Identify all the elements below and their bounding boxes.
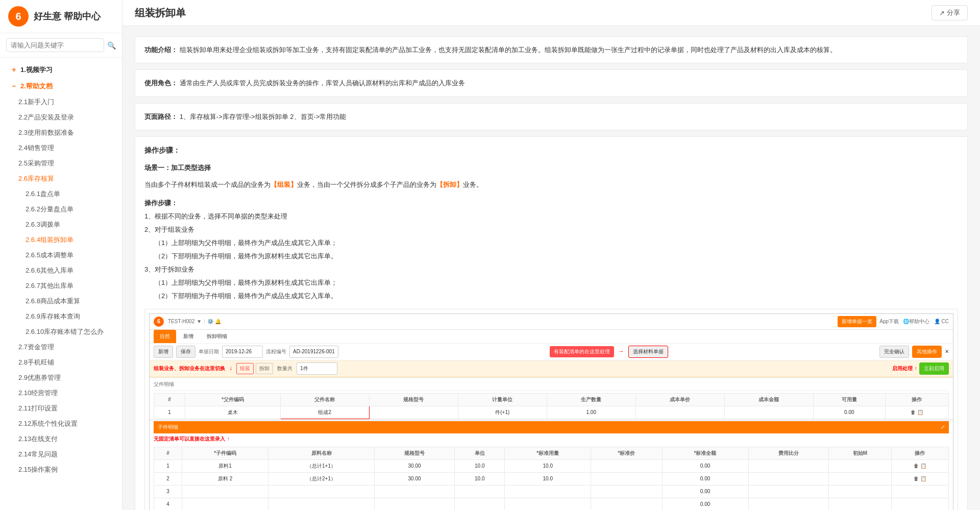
sim-tab-list[interactable]: 自然 bbox=[154, 330, 176, 343]
sidebar-item-faq[interactable]: 2.14常见问题 bbox=[0, 447, 122, 462]
sidebar-item-payment[interactable]: 2.13在线支付 bbox=[0, 431, 122, 447]
sim-choose-material-btn[interactable]: 选择材料单据 bbox=[628, 346, 668, 358]
table-row: 40.00 bbox=[154, 498, 949, 510]
role-label: 使用角色： bbox=[144, 79, 178, 87]
sim-doc-toolbar: 新增 保存 单据日期 2019-12-26 流程编号 AD-20191226-0… bbox=[150, 344, 953, 360]
steps-block: 操作步骤： 场景一：加工类型选择 当由多个子件材料组装成一个成品的业务为【组装】… bbox=[135, 136, 968, 510]
sim-btn-new[interactable]: 新增 bbox=[154, 346, 173, 358]
nav-tree: ＋ 1.视频学习 － 2.帮助文档 2.1新手入门 2.2产品安装及登录 2.3… bbox=[0, 58, 122, 510]
sidebar-item-transfer[interactable]: 2.6.3调拨单 bbox=[0, 217, 122, 232]
sidebar-item-docs[interactable]: － 2.帮助文档 bbox=[0, 78, 122, 94]
table-row: 1 原料1 （总计1+1） 30.00 10.0 10.0 0.00 bbox=[154, 459, 949, 472]
sim-col-cost-total: 成本金额 bbox=[724, 393, 813, 406]
step2: 2、对于组装业务 bbox=[144, 223, 958, 236]
sidebar-item-coupon[interactable]: 2.9优惠券管理 bbox=[0, 370, 122, 385]
sim-dropdown-icon: ▼ bbox=[197, 317, 202, 326]
sim-annotation3: 组装业务、拆卸业务在这里切换 bbox=[154, 364, 225, 373]
sidebar-item-install[interactable]: 2.2产品安装及登录 bbox=[0, 110, 122, 125]
search-bar: 🔍 bbox=[0, 33, 122, 58]
sidebar-item-stocktake[interactable]: 2.6.1盘点单 bbox=[0, 186, 122, 202]
role-block: 使用角色： 通常由生产人员或库管人员完成拆装业务的操作，库管人员确认原材料的出库… bbox=[135, 69, 968, 96]
sim-lower-section: 子件明细 ⤢ 无固定清单可以直接在这里录入 ↑ # bbox=[150, 421, 953, 510]
sim-doc-date[interactable]: 2019-12-26 bbox=[222, 346, 263, 358]
function-intro-block: 功能介绍： 组装拆卸单用来处理企业组装或拆卸等加工业务，支持有固定装配清单的产品… bbox=[135, 36, 968, 63]
sim-toggle-assembly[interactable]: 组装 bbox=[236, 363, 254, 374]
collapse-icon: － bbox=[10, 82, 17, 91]
sim-col-cost-unit: 成本单价 bbox=[635, 393, 724, 406]
search-icon[interactable]: 🔍 bbox=[107, 41, 116, 50]
path-block: 页面路径： 1、库存核算->库存管理->组装拆卸单 2、首页->常用功能 bbox=[135, 103, 968, 130]
sim-activate-btn[interactable]: 立刻启用 bbox=[919, 362, 949, 375]
path-text: 1、库存核算->库存管理->组装拆卸单 2、首页->常用功能 bbox=[180, 113, 347, 120]
sim-icons: ⚙️ 🔔 bbox=[207, 317, 221, 326]
sidebar: 6 好生意 帮助中心 🔍 ＋ 1.视频学习 － 2.帮助文档 2.1新手入门 2… bbox=[0, 0, 122, 510]
sidebar-item-cost-adjust[interactable]: 2.6.5成本调整单 bbox=[0, 248, 122, 263]
sidebar-item-purchase[interactable]: 2.5采购管理 bbox=[0, 156, 122, 171]
sim-toggle-disassembly[interactable]: 拆卸 bbox=[256, 363, 273, 374]
sidebar-item-cases[interactable]: 2.15操作案例 bbox=[0, 462, 122, 477]
sim-col-available: 可用量 bbox=[813, 393, 885, 406]
sim-col-code: *父件编码 bbox=[185, 393, 280, 406]
step3: 3、对于拆卸业务 bbox=[144, 263, 958, 276]
page-title: 组装拆卸单 bbox=[135, 6, 186, 20]
sim-arrow5: ↑ bbox=[227, 434, 230, 444]
steps-title: 操作步骤： bbox=[144, 144, 958, 157]
sim-tab-new[interactable]: 新增 bbox=[177, 330, 200, 343]
sim-btn-other-op[interactable]: 其他操作 bbox=[912, 346, 942, 358]
sim-header-id: TEST-H002 bbox=[168, 317, 194, 326]
sim-arrow4: ↑ bbox=[915, 364, 917, 373]
app-title: 好生意 帮助中心 bbox=[34, 10, 101, 22]
sidebar-item-finance[interactable]: 2.7资金管理 bbox=[0, 339, 122, 355]
sim-topbar: 6 TEST-H002 ▼ | ⚙️ 🔔 新增单据一览 App下载 🌐帮助中心 … bbox=[150, 314, 953, 330]
top-bar: 组装拆卸单 ↗ 分享 bbox=[122, 0, 980, 26]
share-button[interactable]: ↗ 分享 bbox=[932, 5, 968, 20]
sim-arrow3: ↓ bbox=[229, 363, 232, 374]
sidebar-item-customize[interactable]: 2.12系统个性化设置 bbox=[0, 416, 122, 431]
sim-close-icon[interactable]: ✕ bbox=[945, 347, 949, 356]
function-intro-text: 组装拆卸单用来处理企业组装或拆卸等加工业务，支持有固定装配清单的产品加工业务，也… bbox=[180, 46, 837, 54]
sidebar-item-inventory[interactable]: 2.6库存核算 bbox=[0, 171, 122, 186]
content-area: 功能介绍： 组装拆卸单用来处理企业组装或拆卸等加工业务，支持有固定装配清单的产品… bbox=[122, 26, 980, 510]
sidebar-item-management[interactable]: 2.10经营管理 bbox=[0, 385, 122, 401]
sim-annotation5: 无固定清单可以直接在这里录入 bbox=[154, 434, 225, 444]
sim-doc-no-label: 流程编号 bbox=[266, 347, 286, 356]
sidebar-item-assembly[interactable]: 2.6.4组装拆卸单 bbox=[0, 232, 122, 248]
share-icon: ↗ bbox=[939, 9, 945, 17]
sidebar-item-ledger-fix[interactable]: 2.6.10库存账本错了怎么办 bbox=[0, 324, 122, 339]
sidebar-item-ledger-query[interactable]: 2.6.9库存账本查询 bbox=[0, 309, 122, 324]
sidebar-item-cost-recalc[interactable]: 2.6.8商品成本重算 bbox=[0, 294, 122, 309]
sidebar-item-other-out[interactable]: 2.6.7其他出库单 bbox=[0, 278, 122, 294]
sidebar-item-print[interactable]: 2.11打印设置 bbox=[0, 401, 122, 416]
sim-type-row: 组装业务、拆卸业务在这里切换 ↓ 组装 拆卸 数量共 1件 启用处理 ↑ 立刻启… bbox=[150, 360, 953, 377]
table-row: 2 原料 2 （总计2+1） 30.00 10.0 10.0 0.00 bbox=[154, 472, 949, 485]
search-input[interactable] bbox=[6, 38, 104, 52]
sim-col-name: 父件名称 bbox=[280, 393, 369, 406]
sim-lower-expand[interactable]: ⤢ bbox=[941, 423, 945, 432]
sim-btn-confirm-full[interactable]: 完全确认 bbox=[879, 346, 909, 358]
sidebar-item-video[interactable]: ＋ 1.视频学习 bbox=[0, 62, 122, 78]
function-intro-label: 功能介绍： bbox=[144, 46, 178, 54]
sim-arrow1: → bbox=[618, 346, 624, 357]
step2-2: （2）下部明细为子件明细，最终作为原材料生成其它出库单。 bbox=[144, 250, 958, 263]
sidebar-item-data-prep[interactable]: 2.3使用前数据准备 bbox=[0, 125, 122, 140]
sim-new-doc-btn[interactable]: 新增单据一览 bbox=[838, 316, 876, 327]
sidebar-item-mobile[interactable]: 2.8手机旺铺 bbox=[0, 355, 122, 370]
sim-tabbar: 自然 新增 拆卸明细 bbox=[150, 330, 953, 344]
sidebar-item-sales[interactable]: 2.4销售管理 bbox=[0, 140, 122, 156]
sidebar-item-partial-stocktake[interactable]: 2.6.2分量盘点单 bbox=[0, 202, 122, 217]
table-row: 30.00 bbox=[154, 485, 949, 498]
sim-user-area: App下载 🌐帮助中心 👤 CC bbox=[879, 317, 949, 326]
table-row: 1 桌木 组成2 件(+1) 1.00 0.00 🗑 📋 bbox=[154, 406, 949, 419]
sim-annotation1: 有装配清单的在这里处理 bbox=[550, 346, 614, 357]
sidebar-item-newbie[interactable]: 2.1新手入门 bbox=[0, 94, 122, 110]
sim-code-cell-highlight: 组成2 bbox=[280, 406, 369, 419]
sim-btn-save[interactable]: 保存 bbox=[176, 346, 195, 358]
sidebar-item-other-in[interactable]: 2.6.6其他入库单 bbox=[0, 263, 122, 278]
expand-icon: ＋ bbox=[10, 65, 17, 75]
sim-upper-table-content: # *父件编码 父件名称 规格型号 计量单位 生产数量 成本单价 成本金额 可用… bbox=[154, 393, 949, 419]
sim-tab-detail[interactable]: 拆卸明细 bbox=[201, 330, 233, 343]
sim-col-qty: 生产数量 bbox=[547, 393, 635, 406]
step2-1: （1）上部明细为父件明细，最终作为产成品生成其它入库单； bbox=[144, 236, 958, 250]
sim-total-qty[interactable]: 1件 bbox=[297, 362, 337, 375]
sim-col-seq: # bbox=[154, 393, 185, 406]
